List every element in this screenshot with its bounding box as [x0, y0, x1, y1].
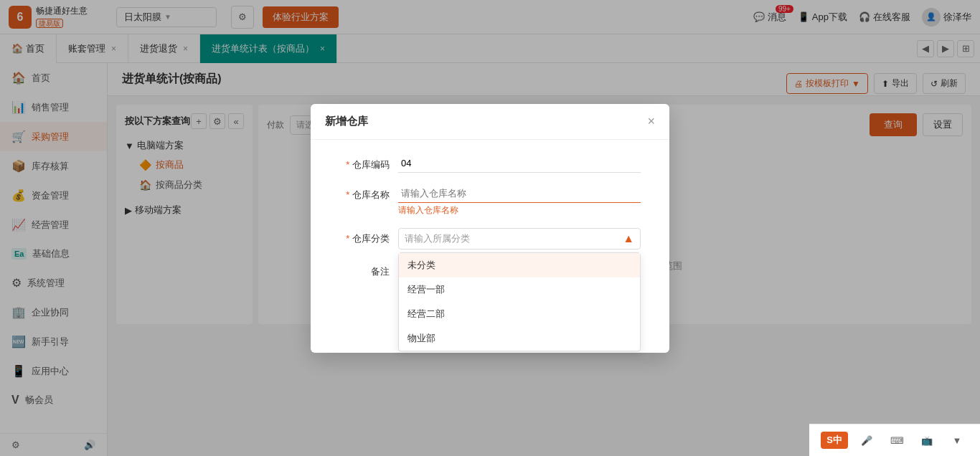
warehouse-name-label: * 仓库名称	[339, 184, 390, 201]
required-star-category: *	[346, 233, 349, 244]
warehouse-name-error: 请输入仓库名称	[398, 204, 641, 217]
bottom-bar: S中 🎤 ⌨ 📺 ▼	[809, 424, 980, 456]
warehouse-name-input[interactable]	[398, 184, 641, 203]
category-up-arrow-icon: ▲	[623, 232, 634, 245]
category-placeholder: 请输入所属分类	[405, 232, 470, 245]
warehouse-name-group: * 仓库名称 请输入仓库名称	[339, 184, 641, 217]
modal-body: * 仓库编码 * 仓库名称 请输入仓库名称	[311, 140, 669, 305]
warehouse-code-label: * 仓库编码	[339, 154, 390, 171]
category-dropdown-trigger[interactable]: 请输入所属分类 ▲	[398, 228, 641, 250]
input-method-icon[interactable]: S中	[821, 432, 848, 449]
dropdown-item-dept1[interactable]: 经营一部	[399, 277, 640, 302]
warehouse-note-label: 备注	[339, 261, 390, 278]
modal-overlay: 新增仓库 × * 仓库编码 * 仓库名称	[0, 0, 980, 456]
category-dropdown-list: 未分类 经营一部 经营二部 物业部	[398, 252, 641, 351]
keyboard-icon[interactable]: ⌨	[885, 429, 908, 452]
new-warehouse-modal: 新增仓库 × * 仓库编码 * 仓库名称	[311, 104, 669, 353]
modal-close-button[interactable]: ×	[647, 114, 655, 129]
warehouse-category-dropdown: 请输入所属分类 ▲ 未分类 经营一部 经营二部	[398, 228, 641, 250]
modal-header: 新增仓库 ×	[311, 104, 669, 140]
microphone-icon[interactable]: 🎤	[855, 429, 878, 452]
warehouse-code-input-wrapper	[398, 154, 641, 173]
warehouse-category-label: * 仓库分类	[339, 228, 390, 245]
warehouse-name-input-wrapper: 请输入仓库名称	[398, 184, 641, 217]
modal-title: 新增仓库	[325, 115, 368, 128]
warehouse-code-input[interactable]	[398, 154, 641, 173]
dropdown-item-property[interactable]: 物业部	[399, 326, 640, 351]
warehouse-code-group: * 仓库编码	[339, 154, 641, 173]
taskbar-arrow-icon[interactable]: ▼	[946, 429, 969, 452]
dropdown-item-dept2[interactable]: 经营二部	[399, 302, 640, 326]
warehouse-category-group: * 仓库分类 请输入所属分类 ▲ 未分类 经营一部	[339, 228, 641, 250]
dropdown-item-uncategorized[interactable]: 未分类	[399, 253, 640, 277]
monitor-icon[interactable]: 📺	[915, 429, 938, 452]
required-star-code: *	[346, 159, 349, 170]
required-star-name: *	[346, 189, 349, 200]
